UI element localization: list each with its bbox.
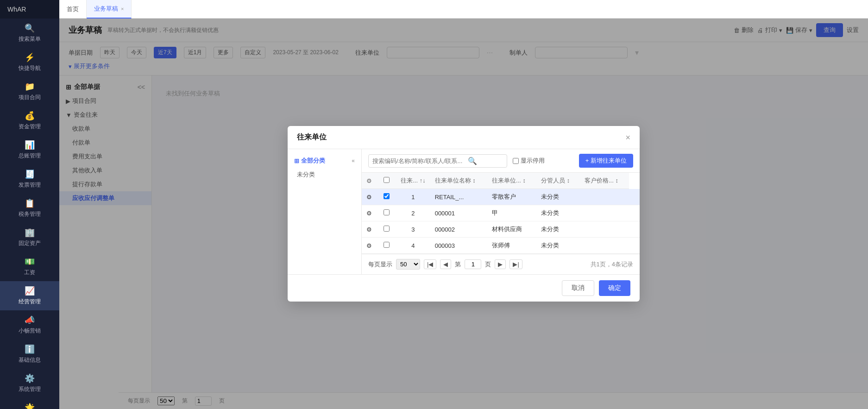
sidebar-item-label-fixed-assets: 固定资产 — [19, 239, 41, 247]
sidebar-item-fixed-assets[interactable]: 🏢 固定资产 — [0, 223, 59, 252]
sidebar-item-new-guide[interactable]: 🌟 新手引导 — [0, 398, 59, 409]
row-settings-icon[interactable]: ⚙ — [362, 238, 379, 254]
sidebar-item-label-capital-management: 资金管理 — [19, 123, 41, 131]
tab-bar: 首页 业务草稿 × — [59, 0, 868, 19]
row-checkbox-cell[interactable] — [379, 238, 396, 254]
dialog-toolbar: 🔍 显示停用 + 新增往来单位 — [362, 149, 640, 173]
collapse-left-btn[interactable]: « — [352, 157, 355, 164]
row-code: RETAIL_... — [430, 189, 487, 205]
dialog-search-box[interactable]: 🔍 — [368, 154, 507, 168]
dialog-search-input[interactable] — [372, 157, 465, 164]
row-checkbox-cell[interactable] — [379, 221, 396, 238]
row-price-type — [629, 205, 640, 221]
sidebar-item-label-search-menu: 搜索菜单 — [19, 35, 41, 43]
dialog-table: ⚙ 往来... ↑↓ 往来单位名称 ↕ 往来单位... ↕ 分管人员 ↕ 客户价… — [362, 173, 640, 254]
ops-management-icon: 📈 — [25, 286, 35, 296]
table-row[interactable]: ⚙3000002材料供应商未分类 — [362, 221, 640, 238]
sidebar-item-basic-info[interactable]: ℹ️ 基础信息 — [0, 340, 59, 369]
sidebar-item-accounts-management[interactable]: 📊 总账管理 — [0, 135, 59, 164]
tab-business-draft-label: 业务草稿 — [94, 5, 118, 13]
confirm-button[interactable]: 确定 — [599, 280, 630, 296]
cancel-button[interactable]: 取消 — [562, 280, 594, 296]
sidebar-item-tax-management[interactable]: 📋 税务管理 — [0, 194, 59, 223]
sidebar-item-system-management[interactable]: ⚙️ 系统管理 — [0, 369, 59, 398]
col-code[interactable]: 往来... ↑↓ — [396, 173, 430, 189]
row-checkbox[interactable] — [384, 242, 390, 248]
search-menu-icon: 🔍 — [25, 23, 35, 33]
project-contract-icon: 📁 — [25, 82, 35, 92]
sidebar: WhAR 🔍 搜索菜单 ⚡ 快捷导航 📁 项目合同 💰 资金管理 📊 总账管理 … — [0, 0, 59, 409]
fixed-assets-icon: 🏢 — [25, 227, 35, 238]
col-settings[interactable]: ⚙ — [362, 173, 379, 189]
row-checkbox-cell[interactable] — [379, 205, 396, 221]
row-checkbox[interactable] — [384, 193, 390, 199]
row-checkbox-cell[interactable] — [379, 189, 396, 205]
col-price-type[interactable]: 客户价格... ↕ — [580, 173, 629, 189]
row-checkbox[interactable] — [384, 226, 390, 232]
dialog-body: ⊞ 全部分类 « 未分类 🔍 — [288, 149, 640, 274]
pg-last-btn[interactable]: ▶| — [509, 259, 522, 269]
page-label: 页 — [485, 260, 491, 269]
accounts-management-icon: 📊 — [25, 140, 35, 150]
sidebar-item-payroll[interactable]: 💵 工资 — [0, 252, 59, 281]
row-settings-icon[interactable]: ⚙ — [362, 205, 379, 221]
row-code: 000003 — [430, 238, 487, 254]
basic-info-icon: ℹ️ — [25, 344, 35, 354]
show-disabled-label[interactable]: 显示停用 — [513, 157, 545, 165]
payroll-icon: 💵 — [25, 257, 35, 267]
sidebar-logo: WhAR — [0, 0, 59, 19]
row-code: 000001 — [430, 205, 487, 221]
row-price-type — [629, 221, 640, 238]
pg-first-btn[interactable]: |◀ — [424, 259, 436, 269]
col-checkbox[interactable] — [379, 173, 396, 189]
col-manager[interactable]: 分管人员 ↕ — [536, 173, 580, 189]
sort-name-icon: ↕ — [472, 177, 476, 184]
row-index: 2 — [396, 205, 430, 221]
row-settings-icon[interactable]: ⚙ — [362, 221, 379, 238]
per-page-select[interactable]: 50 100 — [396, 259, 420, 270]
dialog-overlay: 往来单位 × ⊞ 全部分类 « 未分类 — [59, 19, 868, 409]
sidebar-item-label-basic-info: 基础信息 — [19, 356, 41, 364]
table-row[interactable]: ⚙1RETAIL_...零散客户未分类 — [362, 189, 640, 205]
tab-close-icon[interactable]: × — [121, 6, 124, 12]
dialog-category-title: ⊞ 全部分类 « — [288, 154, 361, 168]
row-checkbox[interactable] — [384, 209, 390, 215]
dialog-category-unclassified[interactable]: 未分类 — [288, 168, 361, 182]
sidebar-item-label-quick-nav: 快捷导航 — [19, 64, 41, 72]
dialog-close-button[interactable]: × — [625, 133, 630, 142]
search-icon: 🔍 — [468, 157, 477, 165]
select-all-checkbox[interactable] — [384, 177, 390, 183]
sidebar-item-label-ops-management: 经营管理 — [19, 298, 41, 306]
row-manager — [580, 205, 629, 221]
total-info: 共1页，4条记录 — [591, 260, 633, 269]
sidebar-item-ops-management[interactable]: 📈 经营管理 — [0, 281, 59, 310]
sidebar-item-label-project-contract: 项目合同 — [19, 94, 41, 101]
col-category[interactable]: 往来单位... ↕ — [487, 173, 536, 189]
show-disabled-checkbox[interactable] — [513, 158, 519, 164]
dialog-title: 往来单位 — [297, 132, 327, 142]
tab-business-draft[interactable]: 业务草稿 × — [87, 0, 132, 19]
row-name: 张师傅 — [487, 238, 536, 254]
quick-nav-icon: ⚡ — [25, 52, 35, 63]
row-category: 未分类 — [536, 189, 580, 205]
table-row[interactable]: ⚙4000003张师傅未分类 — [362, 238, 640, 254]
row-settings-icon[interactable]: ⚙ — [362, 189, 379, 205]
pg-prev-btn[interactable]: ◀ — [440, 259, 451, 269]
sidebar-item-label-payroll: 工资 — [24, 269, 35, 277]
add-partner-button[interactable]: + 新增往来单位 — [579, 154, 633, 168]
invoice-management-icon: 🧾 — [25, 169, 35, 179]
page-input[interactable] — [465, 259, 481, 269]
sidebar-item-marketing[interactable]: 📣 小畅营销 — [0, 310, 59, 340]
tab-home[interactable]: 首页 — [59, 0, 87, 19]
per-page-label: 每页显示 — [368, 260, 392, 269]
table-row[interactable]: ⚙2000001甲未分类 — [362, 205, 640, 221]
sidebar-item-capital-management[interactable]: 💰 资金管理 — [0, 106, 59, 135]
tab-home-label: 首页 — [67, 5, 79, 13]
dialog-table-wrap: ⚙ 往来... ↑↓ 往来单位名称 ↕ 往来单位... ↕ 分管人员 ↕ 客户价… — [362, 173, 640, 254]
sidebar-item-quick-nav[interactable]: ⚡ 快捷导航 — [0, 48, 59, 77]
sidebar-item-search-menu[interactable]: 🔍 搜索菜单 — [0, 19, 59, 48]
pg-next-btn[interactable]: ▶ — [495, 259, 506, 269]
sidebar-item-invoice-management[interactable]: 🧾 发票管理 — [0, 164, 59, 194]
sidebar-item-project-contract[interactable]: 📁 项目合同 — [0, 77, 59, 106]
col-name[interactable]: 往来单位名称 ↕ — [430, 173, 487, 189]
